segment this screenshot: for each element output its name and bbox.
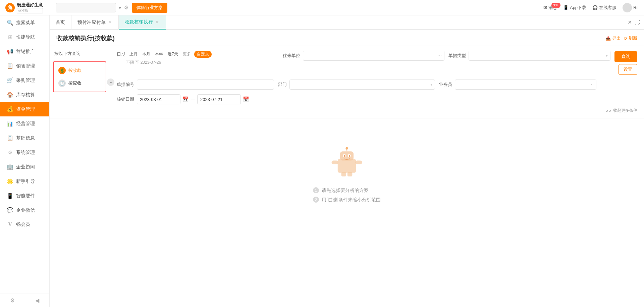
sidebar-footer: ⚙ ◀ [0, 294, 49, 307]
sidebar-label-sales: 销售管理 [16, 63, 35, 69]
export-label: 导出 [612, 35, 621, 41]
tab-close-all-button[interactable]: ✕ [628, 19, 632, 25]
inventory-icon: 🏠 [7, 92, 13, 98]
content-area: 首页 预付冲应付单 ✕ 收款核销执行 ✕ ✕ ⛶ 收款核销执行(按收款) [50, 15, 644, 307]
collapse-conditions-button[interactable]: ∧∧ 收起更多条件 [606, 108, 637, 113]
app-name: 畅捷通好生意 [17, 2, 43, 8]
sidebar-label-search: 搜索菜单 [16, 20, 35, 26]
tab-bar-actions: ✕ ⛶ [628, 19, 644, 25]
message-icon-area[interactable]: ✉ 消息 99+ [543, 5, 557, 11]
filter-panel-collapse-button[interactable]: » [107, 79, 114, 86]
export-button[interactable]: 📤 导出 [605, 35, 621, 41]
sidebar-item-finance[interactable]: 💰 资金管理 [0, 102, 49, 116]
phone-icon: 📱 [563, 5, 569, 10]
filter-by-receipt[interactable]: 💲 按收款 [54, 64, 106, 77]
voucher-type-label: 单据类型 [448, 53, 466, 59]
svg-rect-9 [347, 172, 353, 176]
sidebar-label-hardware: 智能硬件 [16, 193, 35, 199]
filter-by-receivable[interactable]: 🕐 按应收 [54, 77, 106, 90]
industry-solution-button[interactable]: 体验行业方案 [132, 3, 167, 13]
date-shortcuts: 上月 本月 本年 近7天 更多 自定义 [128, 51, 212, 58]
export-icon: 📤 [605, 36, 611, 41]
svg-rect-8 [341, 172, 346, 176]
top-search-input[interactable] [56, 3, 116, 12]
filter-panel: 按以下方查询 💲 按收款 🕐 按应收 » [50, 46, 110, 118]
sales-icon: 📋 [7, 63, 13, 69]
online-service-area[interactable]: 🎧 在线客服 [592, 5, 616, 11]
query-button[interactable]: 查询 [614, 51, 637, 62]
sidebar-item-basic[interactable]: 📋 基础信息 [0, 131, 49, 145]
verify-date-end-input[interactable] [197, 94, 241, 104]
sidebar-item-marketing[interactable]: 📢 营销推广 [0, 44, 49, 59]
voucher-no-input[interactable] [137, 80, 274, 90]
sidebar-item-search[interactable]: 🔍 搜索菜单 [0, 15, 49, 30]
tab-home-label: 首页 [56, 19, 65, 25]
app-download-area[interactable]: 📱 App下载 [563, 5, 586, 11]
main-layout: 🔍 搜索菜单 ⊞ 快捷导航 📢 营销推广 📋 销售管理 🛒 采购管理 🏠 库存核… [0, 15, 644, 307]
svg-rect-0 [338, 159, 356, 173]
message-icon: ✉ [543, 5, 547, 10]
verify-date-group: 📅 — 📅 [137, 94, 249, 104]
voucher-type-select[interactable] [469, 51, 610, 61]
sidebar-item-wechat[interactable]: 💬 企业微信 [0, 203, 49, 217]
sidebar-label-enterprise: 企业协同 [16, 164, 35, 170]
setting-button[interactable]: 设置 [619, 64, 637, 75]
user-area[interactable]: Rit [623, 3, 639, 12]
top-gear-button[interactable]: ⚙ [124, 4, 128, 11]
svg-point-4 [344, 155, 345, 157]
tab-collection-close[interactable]: ✕ [155, 19, 160, 25]
sidebar-item-system[interactable]: ⚙ 系统管理 [0, 145, 49, 160]
date-custom[interactable]: 自定义 [194, 51, 212, 58]
search-icon: 🔍 [7, 19, 13, 26]
sidebar-label-quick-nav: 快捷导航 [16, 34, 35, 40]
receipt-icon: 💲 [58, 67, 66, 74]
voucher-type-select-wrapper: ▾ [469, 51, 610, 61]
sidebar-item-guide[interactable]: 🌟 新手引导 [0, 174, 49, 189]
refresh-button[interactable]: ↺ 刷新 [624, 35, 637, 41]
message-badge: 99+ [551, 3, 560, 8]
verify-date-start-calendar-icon[interactable]: 📅 [182, 96, 189, 102]
sidebar-item-sales[interactable]: 📋 销售管理 [0, 59, 49, 73]
date-this-month[interactable]: 本月 [141, 51, 152, 58]
date-this-year[interactable]: 本年 [154, 51, 164, 58]
top-search-area: ▾ ⚙ [56, 3, 128, 12]
filter-by-receipt-label: 按收款 [68, 67, 82, 73]
tab-prepaid[interactable]: 预付冲应付单 ✕ [71, 15, 119, 30]
date-last-month[interactable]: 上月 [128, 51, 139, 58]
step-2-icon: 2 [313, 197, 319, 203]
department-label: 部门 [278, 82, 287, 88]
tab-bar: 首页 预付冲应付单 ✕ 收款核销执行 ✕ ✕ ⛶ [50, 15, 644, 30]
sidebar-item-business[interactable]: 📊 经营管理 [0, 116, 49, 131]
top-chevron-button[interactable]: ▾ [119, 5, 121, 10]
sidebar-item-inventory[interactable]: 🏠 库存核算 [0, 88, 49, 102]
headset-icon: 🎧 [592, 5, 598, 10]
sidebar-item-quick-nav[interactable]: ⊞ 快捷导航 [0, 30, 49, 44]
svg-rect-7 [355, 160, 362, 164]
tab-expand-button[interactable]: ⛶ [635, 19, 640, 25]
app-badge: 标准版 [17, 8, 43, 13]
sidebar-settings-button[interactable]: ⚙ [10, 297, 15, 304]
chevron-up-icon: ∧∧ [606, 108, 612, 113]
salesman-input[interactable] [455, 80, 596, 90]
empty-text-list: 1 请先选择要分析的方案 2 用[过滤]条件来缩小分析范围 [313, 186, 381, 204]
sidebar-item-enterprise[interactable]: 🏢 企业协同 [0, 160, 49, 174]
sidebar-collapse-button[interactable]: ◀ [35, 297, 39, 304]
sidebar-item-member[interactable]: V 畅会员 [0, 217, 49, 232]
tab-collection[interactable]: 收款核销执行 ✕ [119, 15, 166, 30]
avatar [623, 3, 632, 12]
verify-date-end-calendar-icon[interactable]: 📅 [243, 96, 249, 102]
department-select[interactable] [289, 80, 435, 90]
date-more[interactable]: 更多 [181, 51, 192, 58]
partner-input[interactable] [303, 51, 445, 61]
tab-collection-label: 收款核销执行 [125, 19, 153, 25]
verify-date-start-input[interactable] [137, 94, 180, 104]
date-7days[interactable]: 近7天 [166, 51, 179, 58]
sidebar-item-hardware[interactable]: 📱 智能硬件 [0, 189, 49, 203]
marketing-icon: 📢 [7, 48, 13, 55]
sidebar: 🔍 搜索菜单 ⊞ 快捷导航 📢 营销推广 📋 销售管理 🛒 采购管理 🏠 库存核… [0, 15, 50, 307]
sidebar-item-purchase[interactable]: 🛒 采购管理 [0, 73, 49, 88]
tab-prepaid-close[interactable]: ✕ [108, 19, 112, 25]
sidebar-label-member: 畅会员 [16, 221, 30, 227]
tab-home[interactable]: 首页 [50, 15, 71, 30]
sidebar-label-wechat: 企业微信 [16, 207, 35, 213]
